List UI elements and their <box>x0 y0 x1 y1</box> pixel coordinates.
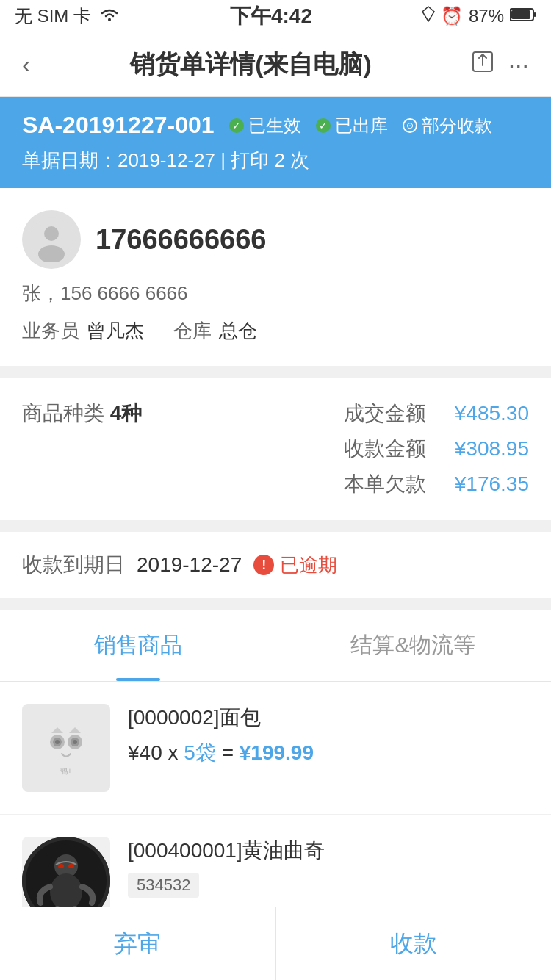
location-icon <box>422 6 435 26</box>
overdue-badge: ! 已逾期 <box>253 552 337 578</box>
order-header: SA-20191227-001 ✓ 已生效 ✓ 已出库 ⊙ 部分收款 单据日期：… <box>0 97 551 188</box>
financial-stats: 成交金额 ¥485.30 收款金额 ¥308.95 本单欠款 ¥176.35 <box>344 400 529 498</box>
svg-point-14 <box>55 740 60 744</box>
goods-type-label: 商品种类 <box>22 402 104 425</box>
warehouse-value: 总仓 <box>219 318 257 344</box>
alarm-icon: ⏰ <box>441 6 463 26</box>
customer-id: 17666666666 <box>96 224 266 256</box>
overdue-icon: ! <box>253 555 274 575</box>
status-badge-shipped: ✓ 已出库 <box>316 114 388 137</box>
page-title: 销货单详情(来自电脑) <box>130 48 372 82</box>
svg-point-15 <box>73 740 77 744</box>
price-base-1: ¥40 x <box>128 741 184 764</box>
overdue-text: 已逾期 <box>280 552 337 578</box>
svg-point-7 <box>44 226 59 241</box>
check-active-icon: ✓ <box>229 118 244 133</box>
equals-1: = <box>216 741 240 764</box>
avatar <box>22 210 81 269</box>
customer-meta: 业务员 曾凡杰 仓库 总仓 <box>22 318 529 344</box>
transaction-value: ¥485.30 <box>441 402 529 425</box>
svg-point-21 <box>58 864 64 868</box>
goods-type-value: 4种 <box>110 402 143 425</box>
product-thumb-placeholder-1: 鸮+ <box>22 704 110 792</box>
stats-section: 商品种类 4种 成交金额 ¥485.30 收款金额 ¥308.95 本单欠款 ¥… <box>0 378 551 520</box>
received-value: ¥308.95 <box>441 437 529 461</box>
due-date-value: 2019-12-27 <box>137 553 242 577</box>
product-name-1: [0000002]面包 <box>128 704 529 732</box>
clock-icon: ⊙ <box>403 118 417 133</box>
product-item: 鸮+ [0000002]面包 ¥40 x 5袋 = ¥199.99 <box>0 682 551 815</box>
more-button[interactable]: ··· <box>508 50 529 79</box>
due-label: 收款到期日 <box>22 551 125 579</box>
tabs-section: 销售商品 结算&物流等 <box>0 610 551 682</box>
owed-label: 本单欠款 <box>344 470 426 498</box>
order-date: 单据日期：2019-12-27 | 打印 2 次 <box>22 148 529 173</box>
battery-text: 87% <box>469 6 504 26</box>
transaction-row: 成交金额 ¥485.30 <box>344 400 529 428</box>
carrier-text: 无 SIM 卡 <box>15 4 91 28</box>
nav-right-actions: ··· <box>472 50 529 79</box>
product-sku-2: 534532 <box>128 873 199 898</box>
goods-type-info: 商品种类 4种 <box>22 400 142 428</box>
tabs-row: 销售商品 结算&物流等 <box>0 610 551 682</box>
sales-info: 业务员 曾凡杰 <box>22 318 144 344</box>
status-badge-partial: ⊙ 部分收款 <box>403 114 492 137</box>
product-price-1: ¥40 x 5袋 = ¥199.99 <box>128 739 529 767</box>
svg-rect-2 <box>533 12 536 17</box>
order-id: SA-20191227-001 <box>22 112 215 139</box>
owed-value: ¥176.35 <box>441 472 529 496</box>
transaction-label: 成交金额 <box>344 400 426 428</box>
product-info-1: [0000002]面包 ¥40 x 5袋 = ¥199.99 <box>128 704 529 767</box>
sales-label: 业务员 <box>22 318 79 344</box>
product-name-2: [000400001]黄油曲奇 <box>128 837 529 865</box>
product-total-1: ¥199.99 <box>240 741 314 764</box>
bottom-bar: 弃审 收款 <box>0 907 551 980</box>
share-button[interactable] <box>472 50 494 79</box>
product-thumb-1: 鸮+ <box>22 704 110 792</box>
check-shipped-icon: ✓ <box>316 118 331 133</box>
status-bar: 无 SIM 卡 下午4:42 ⏰ 87% <box>0 0 551 32</box>
customer-contact: 张，156 6666 6666 <box>22 281 529 306</box>
received-row: 收款金额 ¥308.95 <box>344 435 529 463</box>
svg-point-20 <box>50 873 82 910</box>
svg-rect-3 <box>511 10 530 19</box>
customer-section: 17666666666 张，156 6666 6666 业务员 曾凡杰 仓库 总… <box>0 188 551 366</box>
cancel-button[interactable]: 弃审 <box>0 907 276 980</box>
status-bar-right: ⏰ 87% <box>422 6 536 26</box>
svg-point-22 <box>68 864 74 868</box>
confirm-button[interactable]: 收款 <box>276 907 552 980</box>
owed-row: 本单欠款 ¥176.35 <box>344 470 529 498</box>
nav-bar: ‹ 销货单详情(来自电脑) ··· <box>0 32 551 97</box>
wifi-icon <box>98 6 120 26</box>
status-badge-active: ✓ 已生效 <box>229 114 301 137</box>
svg-point-0 <box>108 18 111 21</box>
tab-sales-products[interactable]: 销售商品 <box>0 610 276 681</box>
back-button[interactable]: ‹ <box>22 50 30 79</box>
battery-icon <box>510 6 536 26</box>
warehouse-label: 仓库 <box>173 318 212 344</box>
received-label: 收款金额 <box>344 435 426 463</box>
sales-value: 曾凡杰 <box>87 318 144 344</box>
due-date-section: 收款到期日 2019-12-27 ! 已逾期 <box>0 532 551 598</box>
tab-settlement[interactable]: 结算&物流等 <box>276 610 551 681</box>
status-bar-time: 下午4:42 <box>230 2 312 30</box>
status-bar-left: 无 SIM 卡 <box>15 4 120 28</box>
warehouse-info: 仓库 总仓 <box>173 318 257 344</box>
svg-text:鸮+: 鸮+ <box>60 767 72 775</box>
product-qty-1: 5袋 <box>184 741 216 764</box>
